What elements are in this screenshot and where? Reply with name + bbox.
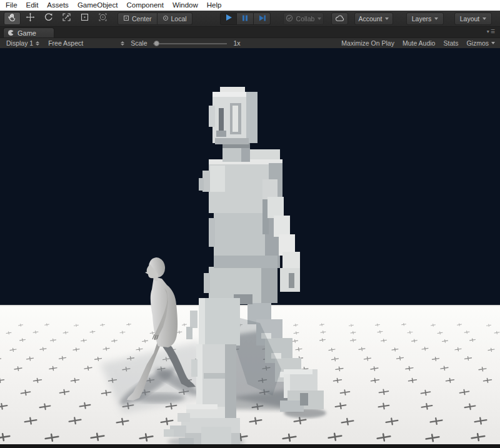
move-tool-button[interactable] (22, 12, 39, 25)
cloud-button[interactable] (331, 12, 348, 25)
layout-caret-icon (482, 17, 486, 20)
play-icon (224, 13, 233, 24)
layout-dropdown[interactable]: Layout (454, 12, 492, 25)
move-icon (26, 12, 35, 24)
window-bottom-edge (0, 444, 500, 448)
stats-toggle[interactable]: Stats (443, 39, 458, 47)
menu-gameobject[interactable]: GameObject (73, 0, 122, 11)
menu-file[interactable]: File (1, 0, 22, 11)
rotation-local-label: Local (171, 15, 187, 22)
play-button[interactable] (220, 12, 237, 25)
scale-value: 1x (233, 39, 240, 47)
maximize-on-play-toggle[interactable]: Maximize On Play (341, 39, 394, 47)
transform-tools (4, 12, 111, 25)
scale-icon (62, 12, 71, 24)
cloud-icon (335, 15, 344, 23)
game-view-toggles: Maximize On Play Mute Audio Stats Gizmos (341, 39, 495, 47)
rotate-tool-button[interactable] (40, 12, 57, 25)
step-button[interactable] (254, 12, 271, 25)
unity-editor-window: File Edit Assets GameObject Component Wi… (0, 0, 500, 448)
playmode-controls (220, 12, 271, 25)
rotation-local-button[interactable]: Local (158, 12, 192, 25)
collab-caret-icon (318, 17, 321, 20)
gizmos-dropdown[interactable]: Gizmos (466, 39, 495, 47)
gizmos-caret-icon (491, 42, 495, 44)
rect-tool-button[interactable] (76, 12, 93, 25)
local-axis-icon (162, 15, 169, 22)
hand-icon (8, 12, 17, 24)
gizmos-label: Gizmos (466, 39, 489, 47)
hand-tool-button[interactable] (4, 12, 21, 25)
main-toolbar: Center Local (0, 11, 500, 27)
pivot-toggle-group: Center Local (118, 12, 192, 25)
game-control-bar: Display 1 Free Aspect Scale 1x Maximize … (0, 37, 500, 48)
account-dropdown[interactable]: Account (354, 12, 393, 25)
transform-gizmo-icon (98, 12, 108, 24)
collab-check-icon (286, 14, 293, 23)
menu-component[interactable]: Component (122, 0, 168, 11)
pivot-center-label: Center (132, 15, 152, 22)
collab-dropdown[interactable]: Collab (283, 12, 324, 25)
view-tab-strip: Game ▾☰ (0, 27, 500, 37)
account-caret-icon (385, 17, 389, 20)
game-tab-label: Game (18, 29, 36, 37)
rotate-icon (44, 12, 53, 24)
layout-label: Layout (460, 15, 480, 22)
updown-icon (121, 41, 124, 46)
display-label: Display 1 (6, 39, 33, 47)
game-view-icon (8, 27, 14, 39)
pause-icon (241, 13, 249, 24)
game-render-surface[interactable] (0, 48, 500, 444)
aspect-dropdown[interactable]: Free Aspect (48, 39, 124, 47)
scale-tool-button[interactable] (58, 12, 75, 25)
pivot-center-button[interactable]: Center (118, 12, 158, 25)
display-dropdown[interactable]: Display 1 (6, 39, 39, 47)
updown-icon (36, 41, 39, 46)
scale-slider-handle[interactable] (154, 41, 159, 46)
menu-help[interactable]: Help (202, 0, 226, 11)
collab-label: Collab (296, 15, 315, 22)
menu-assets[interactable]: Assets (42, 0, 73, 11)
menu-window[interactable]: Window (168, 0, 202, 11)
menu-bar: File Edit Assets GameObject Component Wi… (0, 0, 500, 11)
account-label: Account (359, 15, 382, 22)
pivot-icon (123, 15, 129, 22)
menu-edit[interactable]: Edit (22, 0, 43, 11)
layers-dropdown[interactable]: Layers (406, 12, 444, 25)
aspect-label: Free Aspect (48, 39, 83, 47)
rect-transform-icon (80, 12, 89, 24)
transform-tool-button[interactable] (94, 12, 111, 25)
layers-label: Layers (412, 15, 432, 22)
scale-label: Scale (131, 39, 147, 47)
step-icon (258, 13, 266, 24)
scale-slider-track[interactable] (153, 43, 227, 44)
scale-slider[interactable] (153, 39, 227, 47)
pause-button[interactable] (237, 12, 254, 25)
scale-control: Scale 1x (131, 39, 240, 47)
game-view-tab[interactable]: Game (3, 27, 54, 37)
mute-audio-toggle[interactable]: Mute Audio (402, 39, 436, 47)
layers-caret-icon (434, 17, 438, 20)
game-viewport[interactable] (0, 48, 500, 444)
tab-context-menu-icon[interactable]: ▾☰ (487, 29, 495, 34)
